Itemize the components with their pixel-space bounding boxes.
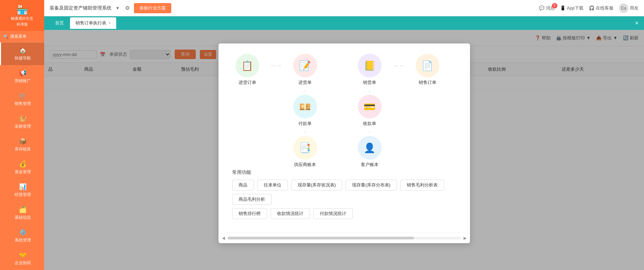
- home-icon: 🏠: [19, 47, 27, 54]
- operations-icon: 📊: [19, 183, 27, 191]
- func-btn-product-gross[interactable]: 商品毛利分析: [232, 194, 272, 205]
- label-sales-order: 销售订单: [412, 77, 443, 86]
- service-button[interactable]: 🎧 在线客服: [589, 5, 613, 11]
- app-icon: 📱: [560, 5, 565, 11]
- sidebar-item-purchase[interactable]: 🧺 采购管理: [0, 111, 44, 133]
- logo-name: 畅康通好生意: [11, 16, 33, 21]
- sidebar-item-finance[interactable]: 💰 资金管理: [0, 156, 44, 179]
- sidebar-item-marketing[interactable]: 📢 营销推广: [0, 65, 44, 88]
- main-area: 装备及固定资产辅助管理系统 ▼ ⚙ 体验行业方案 💬 消息 5 📱 App下载 …: [44, 0, 644, 270]
- sidebar-item-inventory[interactable]: 📦 库存核算: [0, 133, 44, 156]
- topbar: 装备及固定资产辅助管理系统 ▼ ⚙ 体验行业方案 💬 消息 5 📱 App下载 …: [44, 0, 644, 16]
- sidebar-item-system[interactable]: ⚙️ 系统管理: [0, 224, 44, 247]
- sales-order-icon: 📄: [416, 54, 439, 77]
- sidebar-item-label: 企业协同: [15, 260, 31, 266]
- sidebar-search[interactable]: 🔍 搜索菜单: [0, 31, 44, 42]
- supplier-ledger-icon: 📑: [293, 136, 317, 160]
- tab-sales-order[interactable]: 销售订单执行表 ×: [70, 17, 116, 29]
- sidebar-item-label: 销售管理: [15, 101, 31, 107]
- message-button[interactable]: 💬 消息 5: [539, 5, 555, 11]
- sales-bill-icon: 📒: [358, 54, 382, 77]
- message-badge: 5: [552, 3, 557, 8]
- logo-icon: 🏪: [16, 4, 28, 15]
- label-supplier-ledger: 供应商账本: [290, 160, 320, 168]
- inventory-icon: 📦: [19, 138, 27, 145]
- flow-node-purchase-bill[interactable]: 📝: [290, 54, 320, 77]
- finance-icon: 💰: [19, 160, 27, 168]
- payment-icon: 💴: [293, 95, 317, 119]
- flow-node-supplier-ledger[interactable]: 📑: [290, 136, 320, 160]
- func-btn-sales-ranking[interactable]: 销售排行榜: [232, 208, 267, 219]
- func-btn-product[interactable]: 商品: [232, 180, 254, 191]
- v-arrow-sales: ↓: [354, 86, 385, 95]
- receipt-icon: 💳: [358, 95, 382, 119]
- tab-active-label: 销售订单执行表: [75, 20, 106, 26]
- system-title: 装备及固定资产辅助管理系统: [50, 5, 111, 11]
- logo-sub: 标准版: [17, 22, 28, 27]
- service-icon: 🎧: [589, 5, 594, 11]
- scrollbar-thumb: [228, 237, 414, 239]
- sidebar-item-label: 基础信息: [15, 215, 31, 220]
- sidebar-item-quick-nav[interactable]: 🏠 快捷导航: [0, 42, 44, 65]
- flow-arrow-1: - - →: [263, 54, 290, 77]
- collab-icon: 🤝: [19, 251, 27, 259]
- flow-node-receipt[interactable]: 💳: [354, 95, 385, 119]
- sidebar-item-sales[interactable]: 🛒 销售管理: [0, 88, 44, 111]
- flow-node-payment[interactable]: 💴: [290, 95, 320, 119]
- settings-icon[interactable]: ⚙: [125, 5, 130, 11]
- label-receipt: 收款单: [354, 119, 385, 127]
- flow-node-purchase-order[interactable]: 📋: [232, 54, 263, 77]
- v-arrow-payment: ↓: [290, 127, 320, 136]
- sidebar-logo[interactable]: 🏪 畅康通好生意 标准版: [0, 0, 44, 31]
- window-close-button[interactable]: ×: [635, 20, 639, 26]
- func-btn-stock-dist[interactable]: 现存量(库存分布表): [346, 180, 397, 191]
- purchase-icon: 🧺: [19, 115, 27, 122]
- flow-node-sales-order[interactable]: 📄: [412, 54, 443, 77]
- scrollbar-left-arrow[interactable]: ◀: [222, 236, 225, 240]
- topbar-right: 💬 消息 5 📱 App下载 🎧 在线客服 Ea 用友: [539, 3, 639, 13]
- avatar-icon: Ea: [619, 3, 628, 13]
- trial-button[interactable]: 体验行业方案: [134, 3, 171, 13]
- basic-info-icon: 🗂️: [19, 206, 27, 213]
- flow-node-sales-bill[interactable]: 📒: [354, 54, 385, 77]
- tab-close-icon[interactable]: ×: [108, 21, 111, 25]
- label-sales-bill: 销货单: [354, 77, 385, 86]
- sidebar-item-label: 营销推广: [15, 78, 31, 84]
- v-arrow-purchase: ↓: [290, 86, 320, 95]
- app-download-button[interactable]: 📱 App下载: [560, 5, 584, 11]
- func-btn-payment-stats[interactable]: 付款情况统计: [313, 208, 353, 219]
- page-content: ❓ 帮助 🖨️ 按模板打印 ▼ 📤 导出 ▼ 🔄 刷新: [44, 30, 644, 270]
- scrollbar-track[interactable]: [228, 237, 461, 239]
- flow-arrow-2: ← - -: [385, 54, 412, 77]
- tab-home[interactable]: 首页: [50, 17, 69, 29]
- sidebar-item-collab[interactable]: 🤝 企业协同: [0, 247, 44, 270]
- sidebar-item-label: 库存核算: [15, 146, 31, 152]
- scrollbar-right-arrow[interactable]: ▶: [464, 236, 467, 240]
- func-btn-stock-status[interactable]: 现存量(库存状况表): [291, 180, 343, 191]
- sidebar-item-label: 经营管理: [15, 192, 31, 198]
- func-buttons-row-2: 销售排行榜 收款情况统计 付款情况统计: [232, 208, 456, 219]
- marketing-icon: 📢: [19, 69, 27, 77]
- sidebar-item-operations[interactable]: 📊 经营管理: [0, 179, 44, 202]
- search-label: 搜索菜单: [10, 34, 27, 39]
- label-payment: 付款单: [290, 119, 320, 127]
- func-btn-partner[interactable]: 往来单位: [257, 180, 288, 191]
- tabbar: 首页 销售订单执行表 × ×: [44, 16, 644, 30]
- sidebar-nav: 🏠 快捷导航 📢 营销推广 🛒 销售管理 🧺 采购管理 📦 库存核算 💰: [0, 42, 44, 270]
- func-btn-receipt-stats[interactable]: 收款情况统计: [271, 208, 310, 219]
- search-icon: 🔍: [3, 34, 8, 39]
- sidebar-item-label: 采购管理: [15, 124, 31, 129]
- user-avatar[interactable]: Ea 用友: [619, 3, 639, 13]
- sidebar: 🏪 畅康通好生意 标准版 🔍 搜索菜单 🏠 快捷导航 📢 营销推广 🛒 销售管理…: [0, 0, 44, 270]
- customer-ledger-icon: 👤: [358, 136, 382, 160]
- flow-node-customer-ledger[interactable]: 👤: [354, 136, 385, 160]
- sales-icon: 🛒: [19, 92, 27, 100]
- flow-diagram: 📋 - - → 📝 📒: [232, 54, 456, 168]
- modal-scrollbar: ◀ ▶: [219, 233, 470, 243]
- sidebar-item-label: 系统管理: [15, 237, 31, 243]
- v-arrow-receipt: ↓: [354, 127, 385, 136]
- func-btn-sales-gross[interactable]: 销售毛利分析表: [400, 180, 444, 191]
- topbar-dropdown[interactable]: ▼: [116, 6, 120, 11]
- sidebar-item-basic-info[interactable]: 🗂️ 基础信息: [0, 202, 44, 224]
- sidebar-item-label: 快捷导航: [15, 55, 31, 61]
